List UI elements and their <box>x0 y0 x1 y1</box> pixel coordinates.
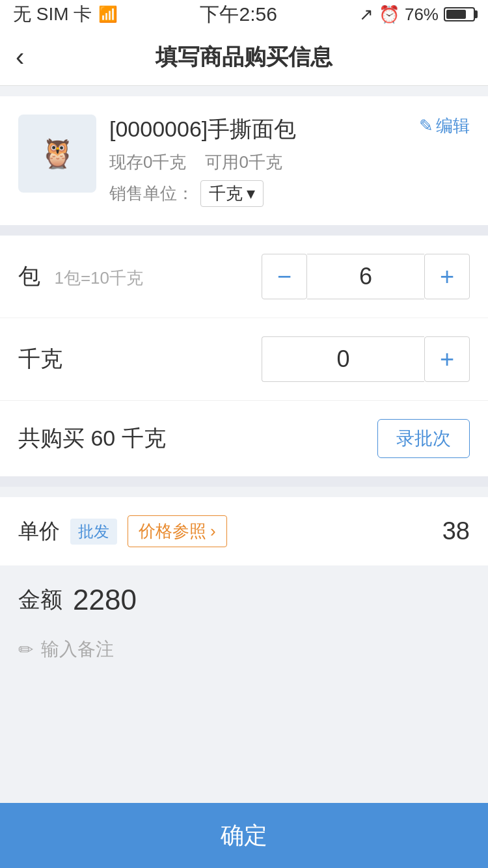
confirm-button[interactable]: 确定 <box>0 803 488 868</box>
battery-text: 76% <box>405 5 439 25</box>
product-stock: 现存0千克 可用0千克 <box>109 151 406 174</box>
kg-quantity-control: + <box>262 336 470 382</box>
kg-row: 千克 + <box>0 318 488 401</box>
price-label: 单价 <box>18 517 60 546</box>
status-carrier: 无 SIM 卡 📶 <box>13 2 118 27</box>
nav-bar: ‹ 填写商品购买信息 <box>0 29 488 86</box>
kg-plus-button[interactable]: + <box>424 336 470 382</box>
back-button[interactable]: ‹ <box>16 42 24 72</box>
price-section: 单价 批发 价格参照 › 38 <box>0 497 488 565</box>
product-card: 🦉 [0000006]手撕面包 现存0千克 可用0千克 销售单位： 千克 ▾ ✎… <box>0 96 488 225</box>
pack-plus-button[interactable]: + <box>424 254 470 299</box>
kg-label: 千克 <box>18 344 262 374</box>
product-name: [0000006]手撕面包 <box>109 115 406 144</box>
price-type-tag: 批发 <box>70 519 117 545</box>
edit-icon: ✎ <box>419 116 433 136</box>
batch-button[interactable]: 录批次 <box>377 419 470 458</box>
divider-1 <box>0 225 488 236</box>
input-section: 包 1包=10千克 − + 千克 + <box>0 236 488 401</box>
pack-quantity-input[interactable] <box>307 254 424 299</box>
product-logo-icon: 🦉 <box>40 137 75 170</box>
product-info: [0000006]手撕面包 现存0千克 可用0千克 销售单位： 千克 ▾ <box>109 115 406 207</box>
carrier-text: 无 SIM 卡 <box>13 2 92 27</box>
pack-minus-button[interactable]: − <box>262 254 307 299</box>
chevron-down-icon: ▾ <box>247 183 255 204</box>
status-right: ↗ ⏰ 76% <box>359 5 475 25</box>
unit-select[interactable]: 千克 ▾ <box>200 180 264 207</box>
amount-label: 金额 <box>18 585 62 615</box>
pack-label: 包 1包=10千克 <box>18 262 262 292</box>
summary-text: 共购买 60 千克 <box>18 424 166 454</box>
pack-label-text: 包 <box>18 264 40 288</box>
amount-value: 2280 <box>73 584 137 616</box>
battery-icon <box>444 7 475 21</box>
pencil-icon: ✏ <box>18 639 33 660</box>
edit-label: 编辑 <box>436 115 470 137</box>
status-bar: 无 SIM 卡 📶 下午2:56 ↗ ⏰ 76% <box>0 0 488 29</box>
unit-value: 千克 <box>209 182 243 205</box>
summary-row: 共购买 60 千克 录批次 <box>0 401 488 476</box>
page-title: 填写商品购买信息 <box>156 42 332 72</box>
price-ref-label: 价格参照 <box>139 520 206 543</box>
available-text: 可用0千克 <box>205 152 282 172</box>
note-placeholder: 输入备注 <box>41 637 114 662</box>
note-row[interactable]: ✏ 输入备注 <box>18 627 470 680</box>
amount-row: 金额 2280 <box>18 584 470 627</box>
alarm-icon: ⏰ <box>379 5 400 25</box>
wifi-icon: 📶 <box>98 5 118 23</box>
location-icon: ↗ <box>359 5 373 25</box>
kg-quantity-input[interactable] <box>262 336 424 382</box>
stock-text: 现存0千克 <box>109 152 186 172</box>
price-value: 38 <box>442 517 470 545</box>
unit-label: 销售单位： <box>109 182 194 205</box>
edit-button[interactable]: ✎ 编辑 <box>419 115 470 137</box>
price-ref-arrow: › <box>210 521 216 541</box>
pack-hint: 1包=10千克 <box>54 268 143 288</box>
pack-row: 包 1包=10千克 − + <box>0 236 488 318</box>
divider-2 <box>0 476 488 487</box>
pack-quantity-control: − + <box>262 254 470 299</box>
amount-section: 金额 2280 ✏ 输入备注 <box>0 565 488 680</box>
product-unit-row: 销售单位： 千克 ▾ <box>109 180 406 207</box>
status-time: 下午2:56 <box>200 1 277 28</box>
price-ref-button[interactable]: 价格参照 › <box>128 515 227 547</box>
product-thumbnail: 🦉 <box>18 115 96 193</box>
